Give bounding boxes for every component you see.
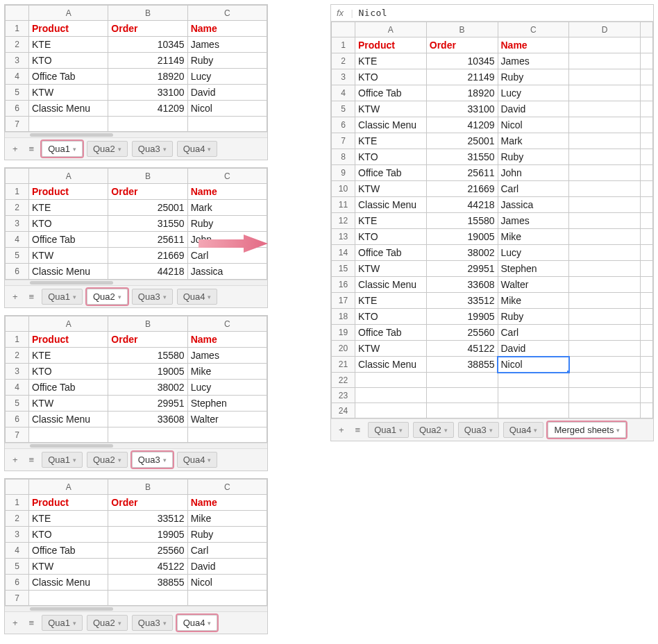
tab-merged sheets[interactable]: Merged sheets▾ xyxy=(548,422,626,438)
table-row[interactable]: 6Classic Menu33608Walter xyxy=(6,412,267,427)
tab-qua2[interactable]: Qua2▾ xyxy=(87,141,128,157)
row-header[interactable]: 11 xyxy=(332,197,355,213)
tab-qua4[interactable]: Qua4▾ xyxy=(503,422,544,438)
row-header[interactable]: 2 xyxy=(6,200,29,216)
tab-qua3[interactable]: Qua3▾ xyxy=(132,452,173,468)
tab-qua3[interactable]: Qua3▾ xyxy=(132,615,173,631)
col-header[interactable]: B xyxy=(108,169,187,184)
table-row[interactable]: 10KTW21669Carl xyxy=(332,181,653,197)
table-row[interactable]: 2KTE33512Mike xyxy=(6,511,267,527)
table-row[interactable]: 6Classic Menu38855Nicol xyxy=(6,575,267,591)
row-header[interactable]: 9 xyxy=(332,165,355,181)
table-row[interactable]: 14Office Tab38002Lucy xyxy=(332,245,653,261)
table-row[interactable]: 8KTO31550Ruby xyxy=(332,149,653,165)
row-header[interactable]: 8 xyxy=(332,149,355,165)
table-row[interactable]: 12KTE15580James xyxy=(332,213,653,229)
all-sheets-button[interactable]: ≡ xyxy=(26,290,38,303)
col-header[interactable]: B xyxy=(108,6,187,21)
table-row[interactable]: 9Office Tab25611John xyxy=(332,165,653,181)
table-row[interactable]: 4Office Tab25560Carl xyxy=(6,543,267,559)
row-header[interactable]: 6 xyxy=(6,264,29,280)
row-header[interactable]: 20 xyxy=(332,341,355,357)
row-header[interactable]: 15 xyxy=(332,261,355,277)
row-header[interactable]: 1 xyxy=(332,37,355,53)
row-header[interactable]: 7 xyxy=(6,591,29,606)
row-header[interactable]: 19 xyxy=(332,325,355,341)
scrollbar[interactable] xyxy=(5,443,267,448)
row-header[interactable]: 2 xyxy=(6,348,29,364)
table-row[interactable]: 2KTE15580James xyxy=(6,348,267,364)
row-header[interactable]: 3 xyxy=(6,527,29,543)
row-header[interactable]: 4 xyxy=(6,232,29,248)
formula-bar[interactable]: fx|Nicol xyxy=(331,5,653,22)
add-sheet-button[interactable]: + xyxy=(335,423,348,437)
add-sheet-button[interactable]: + xyxy=(9,616,22,629)
col-header[interactable]: C xyxy=(187,480,267,495)
col-header[interactable]: C xyxy=(187,169,267,184)
cell-header-name[interactable]: Name xyxy=(187,332,267,348)
scrollbar[interactable] xyxy=(5,132,267,137)
row-header[interactable]: 7 xyxy=(6,427,29,443)
table-row[interactable]: 3KTO21149Ruby xyxy=(6,53,267,69)
row-header[interactable]: 4 xyxy=(332,85,355,101)
cell-header-order[interactable]: Order xyxy=(108,21,187,37)
tab-qua1[interactable]: Qua1▾ xyxy=(42,615,83,631)
row-header[interactable]: 1 xyxy=(6,332,29,348)
row-header[interactable]: 14 xyxy=(332,245,355,261)
table-row[interactable]: 5KTW33100David xyxy=(332,101,653,117)
tab-qua1[interactable]: Qua1▾ xyxy=(368,422,409,438)
cell-header-order[interactable]: Order xyxy=(108,495,187,511)
row-header[interactable]: 23 xyxy=(332,388,355,403)
row-header[interactable]: 5 xyxy=(6,248,29,264)
cell-header-product[interactable]: Product xyxy=(29,21,108,37)
table-row[interactable]: 2KTE25001Mark xyxy=(6,200,267,216)
cell-header-name[interactable]: Name xyxy=(187,184,267,200)
col-header[interactable]: A xyxy=(29,169,108,184)
row-header[interactable]: 21 xyxy=(332,357,355,373)
table-row[interactable]: 21Classic Menu38855Nicol xyxy=(332,357,653,373)
row-header[interactable]: 3 xyxy=(332,69,355,85)
all-sheets-button[interactable]: ≡ xyxy=(352,423,364,437)
table-row[interactable]: 5KTW33100David xyxy=(6,85,267,101)
scrollbar[interactable] xyxy=(5,280,267,285)
row-header[interactable]: 12 xyxy=(332,213,355,229)
row-header[interactable]: 5 xyxy=(332,101,355,117)
cell-header-order[interactable]: Order xyxy=(108,332,187,348)
row-header[interactable]: 2 xyxy=(6,511,29,527)
row-header[interactable]: 4 xyxy=(6,380,29,396)
all-sheets-button[interactable]: ≡ xyxy=(26,616,38,629)
table-row[interactable]: 4Office Tab18920Lucy xyxy=(6,69,267,85)
cell-header-order[interactable]: Order xyxy=(108,184,187,200)
all-sheets-button[interactable]: ≡ xyxy=(26,453,38,466)
table-row[interactable]: 20KTW45122David xyxy=(332,341,653,357)
cell-header-product[interactable]: Product xyxy=(29,184,108,200)
table-row[interactable]: 3KTO31550Ruby xyxy=(6,216,267,232)
row-header[interactable]: 6 xyxy=(6,575,29,591)
row-header[interactable]: 6 xyxy=(6,101,29,117)
table-row[interactable]: 17KTE33512Mike xyxy=(332,293,653,309)
row-header[interactable]: 3 xyxy=(6,364,29,380)
row-header[interactable]: 13 xyxy=(332,229,355,245)
col-header[interactable]: B xyxy=(108,316,187,332)
row-header[interactable]: 4 xyxy=(6,543,29,559)
table-row[interactable]: 2KTE10345James xyxy=(332,53,653,69)
cell-header-product[interactable]: Product xyxy=(29,332,108,348)
col-header[interactable]: A xyxy=(29,316,108,332)
row-header[interactable]: 6 xyxy=(6,412,29,427)
row-header[interactable]: 5 xyxy=(6,85,29,101)
row-header[interactable]: 1 xyxy=(6,184,29,200)
row-header[interactable]: 18 xyxy=(332,309,355,325)
table-row[interactable]: 11Classic Menu44218Jassica xyxy=(332,197,653,213)
col-header[interactable]: B xyxy=(108,480,187,495)
table-row[interactable]: 3KTO21149Ruby xyxy=(332,69,653,85)
cell-header-name[interactable]: Name xyxy=(187,495,267,511)
row-header[interactable]: 2 xyxy=(332,53,355,69)
col-header[interactable]: A xyxy=(29,480,108,495)
tab-qua2[interactable]: Qua2▾ xyxy=(87,289,128,305)
all-sheets-button[interactable]: ≡ xyxy=(26,142,38,155)
table-row[interactable]: 6Classic Menu44218Jassica xyxy=(6,264,267,280)
table-row[interactable]: 6Classic Menu41209Nicol xyxy=(332,117,653,133)
table-row[interactable]: 4Office Tab38002Lucy xyxy=(6,380,267,396)
row-header[interactable]: 4 xyxy=(6,69,29,85)
grid-merged[interactable]: ABCD1ProductOrderName2KTE10345James3KTO2… xyxy=(331,22,653,418)
